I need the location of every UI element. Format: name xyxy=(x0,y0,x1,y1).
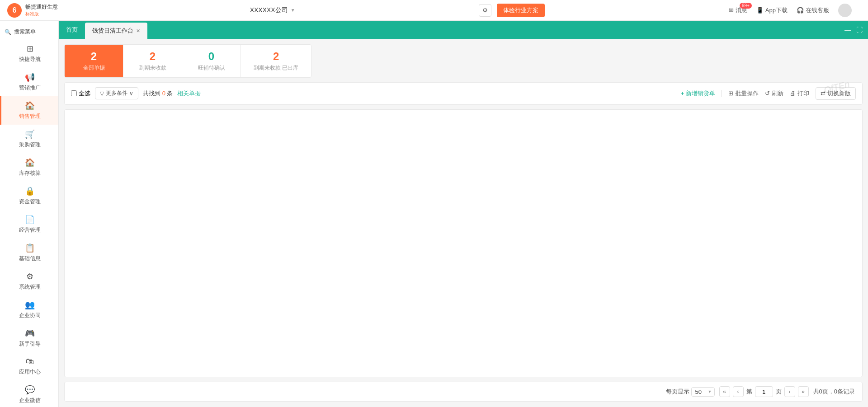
pagination-bar: 每页显示 50 100 200 « ‹ 第 页 › xyxy=(64,382,863,402)
top-header: 6 畅捷通好生意 标准版 XXXXXX公司 ▼ ⚙ 体验行业方案 ✉ 消息 99… xyxy=(0,0,868,21)
print-icon: 🖨 xyxy=(790,90,796,97)
tab-maximize-icon[interactable]: ⛶ xyxy=(856,26,863,33)
tab-bar-right: — ⛶ xyxy=(844,26,868,33)
tab-bar: 首页 钱货日清工作台 ✕ — ⛶ xyxy=(59,21,868,39)
header-right: ✉ 消息 99+ 📱 App下载 🎧 在线客服 xyxy=(729,4,861,17)
message-badge: 99+ xyxy=(740,3,752,9)
stat-label-overdue: 到期未收款 xyxy=(136,64,169,72)
marketing-icon: 📢 xyxy=(25,72,35,82)
divider-1 xyxy=(722,90,722,97)
guide-icon: 🎮 xyxy=(25,328,35,338)
sidebar-item-system[interactable]: ⚙ 系统管理 xyxy=(0,267,58,295)
page-number-input[interactable] xyxy=(755,386,773,397)
sidebar: 🔍 搜索菜单 ⊞ 快捷导航 📢 营销推广 🏠 销售管理 🛒 采购管理 🏠 库存核… xyxy=(0,21,59,407)
filter-icon: ▽ xyxy=(100,90,104,97)
online-service-button[interactable]: 🎧 在线客服 xyxy=(797,6,829,14)
tab-home[interactable]: 首页 xyxy=(59,21,85,39)
refresh-icon: ↺ xyxy=(765,90,770,97)
related-orders-link[interactable]: 相关单据 xyxy=(177,89,201,98)
tab-minimize-icon[interactable]: — xyxy=(844,26,851,33)
filter-button[interactable]: ▽ 更多条件 ∨ xyxy=(95,87,138,99)
sidebar-item-sales[interactable]: 🏠 销售管理 xyxy=(0,96,58,125)
finance-icon: 🔒 xyxy=(25,186,35,196)
prev-page-button[interactable]: ‹ xyxy=(733,386,744,397)
sidebar-item-enterprise[interactable]: 👥 企业协同 xyxy=(0,295,58,324)
logo-area: 6 畅捷通好生意 标准版 xyxy=(7,3,66,18)
print-button[interactable]: 🖨 打印 xyxy=(790,89,809,98)
stat-number-shipped: 2 xyxy=(254,50,298,63)
toolbar-left: 全选 ▽ 更多条件 ∨ 共找到 0 条 相关单据 xyxy=(71,87,675,99)
stat-number-overdue: 2 xyxy=(136,50,169,63)
stat-card-overdue[interactable]: 2 到期未收款 xyxy=(123,45,182,77)
stats-row: 2 全部单据 2 到期未收款 0 旺辅待确认 2 到期未收款 已出库 xyxy=(64,44,311,78)
purchase-icon: 🛒 xyxy=(25,129,35,139)
sidebar-item-operations[interactable]: 📄 经营管理 xyxy=(0,210,58,239)
stat-label-all: 全部单据 xyxy=(77,64,110,72)
service-icon: 🎧 xyxy=(797,7,804,14)
count-text: 共找到 0 条 xyxy=(143,89,173,98)
last-page-button[interactable]: » xyxy=(798,386,809,397)
page-size-select[interactable]: 50 100 200 xyxy=(691,387,715,397)
refresh-button[interactable]: ↺ 刷新 xyxy=(765,89,783,98)
header-center: ⚙ 体验行业方案 xyxy=(479,4,545,17)
sidebar-item-quick-nav[interactable]: ⊞ 快捷导航 xyxy=(0,39,58,68)
sidebar-item-basic-info[interactable]: 📋 基础信息 xyxy=(0,239,58,267)
company-selector[interactable]: XXXXXX公司 ▼ xyxy=(250,6,295,14)
quick-nav-icon: ⊞ xyxy=(27,44,33,54)
first-page-button[interactable]: « xyxy=(719,386,730,397)
stat-number-pending: 0 xyxy=(195,50,228,63)
system-icon: ⚙ xyxy=(26,271,33,281)
search-icon: 🔍 xyxy=(5,29,11,35)
sidebar-item-purchase[interactable]: 🛒 采购管理 xyxy=(0,125,58,153)
switch-icon: ⇄ xyxy=(821,90,826,97)
app-body: 🔍 搜索菜单 ⊞ 快捷导航 📢 营销推广 🏠 销售管理 🛒 采购管理 🏠 库存核… xyxy=(0,21,868,407)
enterprise-icon: 👥 xyxy=(25,300,35,310)
sidebar-item-guide[interactable]: 🎮 新手引导 xyxy=(0,324,58,352)
select-all-checkbox[interactable]: 全选 xyxy=(71,89,90,98)
filter-chevron-icon: ∨ xyxy=(129,90,133,97)
message-icon: ✉ xyxy=(729,7,734,14)
stat-label-shipped: 到期未收款 已出库 xyxy=(254,64,298,72)
company-name: XXXXXX公司 xyxy=(250,6,288,14)
page-size-selector: 每页显示 50 100 200 xyxy=(666,387,715,397)
message-button[interactable]: ✉ 消息 99+ xyxy=(729,6,747,14)
search-menu-button[interactable]: 🔍 搜索菜单 xyxy=(0,24,58,39)
select-all-input[interactable] xyxy=(71,90,77,96)
company-dropdown-icon: ▼ xyxy=(291,8,295,13)
sidebar-item-app-center[interactable]: 🛍 应用中心 xyxy=(0,352,58,380)
app-download-button[interactable]: 📱 App下载 xyxy=(756,6,788,14)
trial-button[interactable]: 体验行业方案 xyxy=(497,4,545,17)
switch-version-button[interactable]: ⇄ 切换新版 xyxy=(816,87,856,100)
sidebar-item-marketing[interactable]: 📢 营销推广 xyxy=(0,68,58,96)
page-content: 2 全部单据 2 到期未收款 0 旺辅待确认 2 到期未收款 已出库 xyxy=(59,39,868,407)
settings-button[interactable]: ⚙ xyxy=(479,4,491,17)
batch-operation-button[interactable]: ⊞ 批量操作 xyxy=(728,89,759,98)
tab-workbench[interactable]: 钱货日清工作台 ✕ xyxy=(85,23,147,39)
main-content: 首页 钱货日清工作台 ✕ — ⛶ 2 全部单据 2 到期未收款 xyxy=(59,21,868,407)
page-nav: « ‹ 第 页 › » xyxy=(719,386,809,397)
batch-icon: ⊞ xyxy=(728,90,733,97)
page-size-wrapper: 50 100 200 xyxy=(691,387,715,397)
sidebar-item-finance[interactable]: 🔒 资金管理 xyxy=(0,182,58,210)
sidebar-item-inventory[interactable]: 🏠 库存核算 xyxy=(0,153,58,182)
avatar[interactable] xyxy=(838,4,852,17)
logo-text: 畅捷通好生意 标准版 xyxy=(25,4,58,17)
sidebar-item-wecom[interactable]: 💬 企业微信 xyxy=(0,380,58,407)
count-value: 0 xyxy=(162,90,165,97)
toolbar-right: + 新增销货单 ⊞ 批量操作 ↺ 刷新 🖨 打印 ⇄ xyxy=(681,87,856,100)
app-center-icon: 🛍 xyxy=(26,357,34,366)
inventory-icon: 🏠 xyxy=(25,158,35,168)
basic-info-icon: 📋 xyxy=(25,243,35,253)
page-summary: 共0页，0条记录 xyxy=(813,388,855,396)
stat-number-all: 2 xyxy=(77,50,110,63)
add-order-button[interactable]: + 新增销货单 xyxy=(681,89,715,98)
stat-card-pending[interactable]: 0 旺辅待确认 xyxy=(182,45,241,77)
toolbar: 全选 ▽ 更多条件 ∨ 共找到 0 条 相关单据 + 新增销货单 xyxy=(64,82,863,105)
next-page-button[interactable]: › xyxy=(784,386,795,397)
tab-close-icon[interactable]: ✕ xyxy=(136,28,140,34)
sales-icon: 🏠 xyxy=(25,101,35,111)
download-icon: 📱 xyxy=(756,7,764,14)
table-area xyxy=(64,109,863,377)
stat-card-shipped[interactable]: 2 到期未收款 已出库 xyxy=(241,45,311,77)
stat-card-all[interactable]: 2 全部单据 xyxy=(65,45,123,77)
